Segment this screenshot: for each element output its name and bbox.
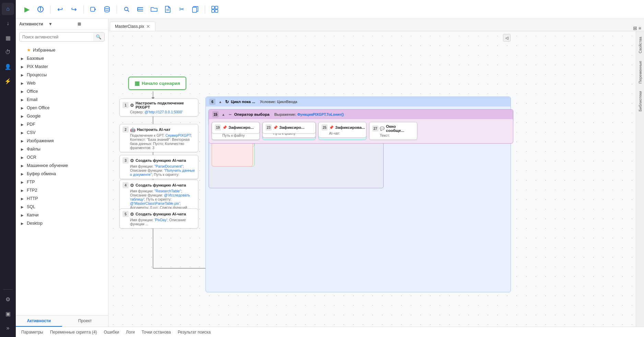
play-button[interactable]: ▶: [21, 4, 32, 15]
node-1[interactable]: 1 ⚙ Настроить подключение PIXGPT Сервер:…: [119, 99, 198, 116]
canvas-area[interactable]: ▦ Начало сценария 1 ⚙ Настроить подключе…: [108, 31, 636, 327]
sidebar-item-images[interactable]: ▶ Изображения: [16, 137, 108, 145]
bottom-tab-errors[interactable]: Ошибки: [104, 329, 119, 335]
canvas-collapse-btn[interactable]: ◁: [503, 34, 511, 42]
redo-button[interactable]: ↪: [68, 4, 79, 15]
sidebar-item-http[interactable]: ▶ HTTP: [16, 194, 108, 203]
nav-terminal[interactable]: ▣: [2, 307, 14, 320]
file-tab-masterclass[interactable]: MasterClass.pix ✕: [110, 22, 155, 31]
nav-download[interactable]: ↓: [2, 17, 14, 30]
sidebar-item-files[interactable]: ▶ Файлы: [16, 145, 108, 153]
group-6-expand[interactable]: ▲: [218, 99, 223, 104]
node-3-detail: Имя функции: "ParseDocument"; Описание ф…: [122, 164, 195, 177]
node-5[interactable]: 5 ⚙ Создать функцию AI-чата Имя функции:…: [119, 209, 198, 228]
nav-user[interactable]: 👤: [2, 60, 14, 73]
folder-button[interactable]: [149, 4, 160, 15]
node-27-title: Окно сообще...: [386, 124, 414, 133]
main-area: Активности ▼ ⊞ 🔍 ★ Избранные ▶: [16, 19, 644, 327]
sidebar-menu-icon[interactable]: ▼: [48, 22, 75, 26]
node-27-header: 27 💬 Окно сообще...: [372, 124, 414, 133]
nav-grid[interactable]: ▦: [2, 32, 14, 44]
sidebar-item-pdf[interactable]: ▶ PDF: [16, 120, 108, 128]
node-4-icon: ⚙: [130, 183, 134, 188]
sidebar-item-ftp[interactable]: ▶ FTP: [16, 178, 108, 186]
debug-button[interactable]: [35, 4, 46, 15]
scissors-button[interactable]: ✂: [176, 4, 187, 15]
view-toggle-list[interactable]: ≡: [639, 25, 641, 31]
nav-expand[interactable]: »: [2, 322, 14, 334]
svg-point-5: [105, 7, 109, 9]
node-1-detail: Сервер: @'http://127.0.0.1:5000': [122, 110, 195, 114]
sidebar-item-basic[interactable]: ▶ Базовые: [16, 54, 108, 63]
right-sidebar-label-libraries[interactable]: Библиотеки: [637, 88, 644, 114]
search-input[interactable]: [20, 33, 93, 41]
group-15-expand[interactable]: ▲: [221, 112, 226, 117]
tab-project[interactable]: Проект: [62, 316, 108, 327]
sidebar-item-clipboard[interactable]: ▶ Буфер обмена: [16, 170, 108, 178]
copy-button[interactable]: [190, 4, 201, 15]
group-6-icon: ↻: [225, 99, 229, 104]
sidebar-settings-icon[interactable]: ⊞: [78, 22, 105, 26]
sidebar-item-ocr[interactable]: ▶ OCR: [16, 153, 108, 161]
node-23[interactable]: 23 📌 Зафиксиро...: [262, 122, 316, 134]
bottom-tab-breakpoints[interactable]: Точки останова: [142, 329, 171, 335]
node-23-num: 23: [266, 124, 272, 131]
sidebar-item-processes[interactable]: ▶ Процессы: [16, 71, 108, 79]
node-2[interactable]: 2 🤖 Настроить AI-чат Подключение к GPT: …: [119, 124, 198, 152]
bottom-tab-params[interactable]: Параметры: [21, 329, 43, 335]
nav-alert[interactable]: ⚡: [2, 75, 14, 87]
sidebar-item-ml[interactable]: ▶ Машинное обучение: [16, 161, 108, 170]
record-button[interactable]: [88, 4, 99, 15]
node-27[interactable]: 27 💬 Окно сообще... Текст:: [369, 122, 417, 140]
sidebar-item-captcha[interactable]: ▶ Капчи: [16, 211, 108, 219]
view-toggle-grid[interactable]: ⊞: [633, 25, 637, 31]
search-button[interactable]: 🔍: [93, 33, 104, 41]
node-3-icon: ⚙: [130, 158, 134, 163]
node-4-title: Создать функцию AI-чата: [136, 183, 186, 187]
tab-activities[interactable]: Активности: [16, 316, 62, 327]
sidebar-item-label: Буфер обмена: [27, 171, 56, 176]
arrow-icon: ▶: [20, 89, 25, 94]
sidebar-item-csv[interactable]: ▶ CSV: [16, 128, 108, 137]
nav-home[interactable]: ⌂: [2, 3, 14, 15]
right-sidebar-label-variables[interactable]: Переменные: [637, 58, 644, 86]
bottom-tab-search-results[interactable]: Результат поиска: [178, 329, 211, 335]
sep2: [83, 5, 84, 13]
right-sidebar-label-properties[interactable]: Свойства: [637, 34, 644, 56]
sidebar-item-pix-master[interactable]: ▶ PIX Master: [16, 63, 108, 71]
bottom-tab-logs[interactable]: Логи: [126, 329, 135, 335]
sidebar-item-ftp2[interactable]: ▶ FTP2: [16, 186, 108, 194]
sidebar-item-label: Машинное обучение: [27, 163, 68, 168]
nav-clock[interactable]: ⏱: [2, 46, 14, 58]
svg-point-1: [40, 7, 41, 9]
sidebar-item-favorites[interactable]: ★ Избранные: [16, 46, 108, 54]
sidebar-item-google[interactable]: ▶ Google: [16, 112, 108, 120]
node-5-icon: ⚙: [130, 212, 134, 217]
group-15-title: Оператор выбора: [234, 112, 270, 116]
list-button[interactable]: [135, 4, 146, 15]
sidebar-item-office[interactable]: ▶ Office: [16, 87, 108, 96]
undo-button[interactable]: ↩: [55, 4, 66, 15]
node-4[interactable]: 4 ⚙ Создать функцию AI-чата Имя функции:…: [119, 180, 198, 212]
nav-settings[interactable]: ⚙: [2, 293, 14, 305]
group-15-num: 15: [212, 111, 219, 117]
sidebar-item-desktop[interactable]: ▶ Desktop: [16, 219, 108, 227]
sep3: [117, 5, 117, 13]
node-19-num: 19: [215, 124, 221, 131]
close-tab-icon[interactable]: ✕: [146, 24, 150, 29]
sidebar-item-email[interactable]: ▶ Email: [16, 96, 108, 104]
grid-button[interactable]: [209, 4, 220, 15]
sidebar-item-sql[interactable]: ▶ SQL: [16, 203, 108, 211]
bottom-tab-variables[interactable]: Переменные скрипта (4): [50, 329, 97, 335]
arrow-icon: ▶: [20, 221, 25, 226]
svg-rect-17: [212, 10, 214, 12]
node-19[interactable]: 19 📌 Зафиксиро...: [212, 122, 260, 134]
db-button[interactable]: [102, 4, 113, 15]
file-button[interactable]: [162, 4, 173, 15]
sidebar-item-web[interactable]: ▶ Web: [16, 79, 108, 87]
search-toolbar-button[interactable]: [121, 4, 132, 15]
node-18-detail: Путь к файлу: [215, 133, 257, 137]
sidebar-item-open-office[interactable]: ▶ Open Office: [16, 104, 108, 112]
node-3[interactable]: 3 ⚙ Создать функцию AI-чата Имя функции:…: [119, 155, 198, 179]
node-25[interactable]: 25 📌 Зафиксирова... AI-чат:: [318, 122, 366, 138]
